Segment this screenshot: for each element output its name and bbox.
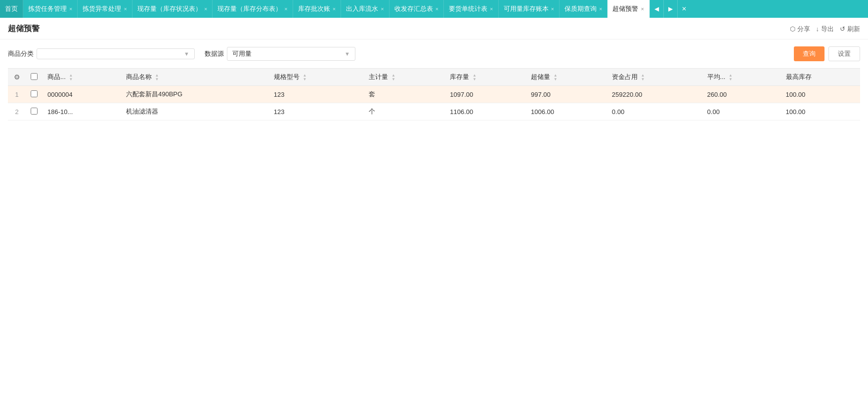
table-col-code[interactable]: 商品... ▲▼ [43, 69, 121, 86]
nav-item-home[interactable]: 首页 [0, 0, 23, 18]
nav-arrow-right[interactable]: ▶ [663, 0, 677, 18]
datasource-select-value: 可用量 [232, 49, 252, 58]
nav-item-flow[interactable]: 出入库流水 × [341, 0, 389, 18]
sort-icon: ▲▼ [69, 74, 73, 81]
top-navigation: 首页 拣货任务管理 × 拣货异常处理 × 现存量（库存状况表） × 现存量（库存… [0, 0, 868, 18]
category-select[interactable]: ▼ [37, 48, 195, 59]
nav-item-expiry[interactable]: 保质期查询 × [560, 0, 608, 18]
nav-item-available-book[interactable]: 可用量库存账本 × [499, 0, 560, 18]
share-icon: ⬡ [790, 25, 795, 33]
nav-label-pick-task: 拣货任务管理 [28, 4, 67, 13]
cell-maxstock: 100.00 [781, 103, 860, 120]
nav-item-overstock[interactable]: 超储预警 × [608, 0, 649, 18]
nav-item-summary[interactable]: 收发存汇总表 × [390, 0, 444, 18]
close-icon[interactable]: × [490, 6, 493, 12]
row-checkbox[interactable] [31, 90, 38, 97]
nav-label-summary: 收发存汇总表 [394, 4, 433, 13]
table-col-overstock[interactable]: 超储量 ▲▼ [526, 69, 607, 86]
row-checkbox-cell[interactable] [26, 103, 43, 120]
cell-spec: 123 [269, 86, 364, 103]
nav-label-home: 首页 [5, 4, 18, 13]
col-spec-label: 规格型号 [274, 73, 300, 80]
nav-item-inventory-dist[interactable]: 现存量（库存分布表） × [213, 0, 293, 18]
col-maxstock-label: 最高库存 [786, 73, 812, 80]
nav-item-inventory-status[interactable]: 现存量（库存状况表） × [132, 0, 213, 18]
row-checkbox-cell[interactable] [26, 86, 43, 103]
nav-arrow-close[interactable]: ✕ [677, 0, 691, 18]
close-icon[interactable]: × [284, 6, 287, 12]
table-col-maxstock[interactable]: 最高库存 [781, 69, 860, 86]
export-icon: ↓ [816, 25, 820, 33]
cell-unit: 套 [364, 86, 445, 103]
table-col-stock[interactable]: 库存量 ▲▼ [445, 69, 526, 86]
table-header-row: ⚙ 商品... ▲▼ 商品名称 ▲▼ 规格型号 ▲▼ [8, 69, 860, 86]
cell-overstock: 997.00 [526, 86, 607, 103]
page-title: 超储预警 [8, 24, 40, 34]
refresh-button[interactable]: ↺ 刷新 [840, 25, 860, 34]
export-button[interactable]: ↓ 导出 [816, 25, 834, 34]
table-row: 1 0000004 六配套新昌490BPG 123 套 1097.00 997.… [8, 86, 860, 103]
chevron-down-icon: ▼ [184, 51, 189, 57]
nav-item-pick-exception[interactable]: 拣货异常处理 × [78, 0, 132, 18]
cell-stock: 1097.00 [445, 86, 526, 103]
col-name-label: 商品名称 [126, 73, 152, 80]
table-col-name[interactable]: 商品名称 ▲▼ [121, 69, 269, 86]
page-content: 超储预警 ⬡ 分享 ↓ 导出 ↺ 刷新 商品分类 ▼ 数据源 [0, 18, 868, 395]
close-icon[interactable]: × [551, 6, 554, 12]
query-button[interactable]: 查询 [794, 46, 825, 61]
nav-item-order-stat[interactable]: 要货单统计表 × [444, 0, 498, 18]
row-checkbox[interactable] [31, 108, 38, 115]
close-icon[interactable]: × [641, 6, 644, 12]
close-icon[interactable]: × [124, 6, 127, 12]
nav-arrow-left[interactable]: ◀ [650, 0, 663, 18]
col-unit-label: 主计量 [369, 73, 388, 80]
nav-label-order-stat: 要货单统计表 [449, 4, 487, 13]
cell-name: 机油滤清器 [121, 103, 269, 120]
cell-capital: 259220.00 [607, 86, 702, 103]
cell-avg: 0.00 [702, 103, 781, 120]
nav-label-inventory-status: 现存量（库存状况表） [137, 4, 202, 13]
close-icon[interactable]: × [599, 6, 602, 12]
settings-button[interactable]: 设置 [828, 46, 860, 61]
sort-icon: ▲▼ [729, 74, 733, 81]
table-wrap: ⚙ 商品... ▲▼ 商品名称 ▲▼ 规格型号 ▲▼ [0, 68, 868, 120]
table-col-checkbox[interactable] [26, 69, 43, 86]
nav-item-pick-task[interactable]: 拣货任务管理 × [23, 0, 78, 18]
datasource-label: 数据源 [205, 49, 224, 58]
page-header: 超储预警 ⬡ 分享 ↓ 导出 ↺ 刷新 [0, 18, 868, 40]
table-col-avg[interactable]: 平均... ▲▼ [702, 69, 781, 86]
table-col-settings[interactable]: ⚙ [8, 69, 26, 86]
nav-label-expiry: 保质期查询 [564, 4, 597, 13]
close-icon[interactable]: × [435, 6, 438, 12]
filter-row: 商品分类 ▼ 数据源 可用量 ▼ 查询 设置 [0, 40, 868, 68]
datasource-select[interactable]: 可用量 ▼ [227, 47, 355, 61]
nav-label-available-book: 可用量库存账本 [504, 4, 549, 13]
nav-label-inventory-dist: 现存量（库存分布表） [217, 4, 282, 13]
cell-unit: 个 [364, 103, 445, 120]
col-code-label: 商品... [47, 73, 66, 80]
cell-capital: 0.00 [607, 103, 702, 120]
cell-avg: 260.00 [702, 86, 781, 103]
cell-stock: 1106.00 [445, 103, 526, 120]
cell-code: 186-10... [43, 103, 121, 120]
share-label: 分享 [797, 25, 810, 34]
table-col-capital[interactable]: 资金占用 ▲▼ [607, 69, 702, 86]
share-button[interactable]: ⬡ 分享 [790, 25, 810, 34]
col-overstock-label: 超储量 [531, 73, 550, 80]
close-icon[interactable]: × [69, 6, 72, 12]
sort-icon: ▲▼ [641, 74, 645, 81]
sort-icon: ▲▼ [155, 74, 159, 81]
gear-icon[interactable]: ⚙ [14, 73, 20, 81]
nav-item-batch-account[interactable]: 库存批次账 × [293, 0, 341, 18]
select-all-checkbox[interactable] [31, 73, 38, 80]
category-label: 商品分类 [8, 49, 34, 58]
col-capital-label: 资金占用 [612, 73, 638, 80]
header-actions: ⬡ 分享 ↓ 导出 ↺ 刷新 [790, 25, 861, 34]
close-icon[interactable]: × [381, 6, 384, 12]
category-filter: 商品分类 ▼ [8, 48, 195, 59]
table-col-unit[interactable]: 主计量 ▲▼ [364, 69, 445, 86]
close-icon[interactable]: × [204, 6, 207, 12]
table-col-spec[interactable]: 规格型号 ▲▼ [269, 69, 364, 86]
refresh-icon: ↺ [840, 25, 845, 33]
close-icon[interactable]: × [333, 6, 336, 12]
